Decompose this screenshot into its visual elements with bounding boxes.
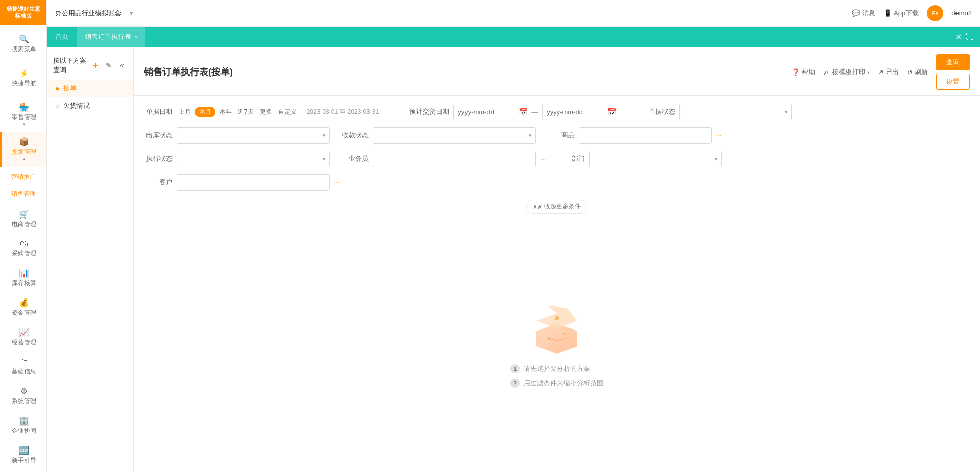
outbound-wrapper: ▾ [177, 127, 330, 144]
query-button[interactable]: 查询 [936, 54, 970, 70]
sidebar-item-enterprise[interactable]: 🏢 企业协同 [0, 411, 46, 440]
fullscreen-btn[interactable]: ⛶ [966, 32, 974, 41]
goods-input[interactable] [579, 127, 712, 144]
dept-label: 部门 [556, 154, 585, 163]
sidebar-item-ecommerce[interactable]: 🛒 电商管理 [0, 204, 46, 234]
outbound-label: 出库状态 [144, 131, 173, 140]
left-panel-title: 按以下方案查询 [53, 56, 90, 75]
date-shortcut-last-month[interactable]: 上月 [177, 107, 193, 117]
sidebar-item-retail[interactable]: 🏪 零售管理 ▾ [0, 97, 46, 132]
collapse-btn[interactable]: ∧∧ 收起更多条件 [526, 200, 587, 214]
tabbar-actions: ✕ ⛶ [949, 32, 980, 42]
scheme-item-debt[interactable]: ○ 欠货情况 [47, 97, 133, 114]
date-shortcut-this-year[interactable]: 本年 [217, 107, 234, 117]
add-scheme-btn[interactable]: + [90, 60, 101, 70]
close-window-btn[interactable]: ✕ [955, 32, 962, 42]
sidebar-ecommerce-label: 电商管理 [12, 220, 36, 229]
svg-point-4 [564, 333, 566, 335]
guide-icon: 🆕 [19, 445, 29, 455]
setting-button[interactable]: 设置 [936, 74, 970, 90]
empty-step-2: 2 用过滤条件来缩小分析范围 [510, 379, 603, 388]
salesperson-input[interactable] [373, 151, 536, 167]
purchase-icon: 🛍 [20, 239, 28, 248]
customer-more-btn[interactable]: ··· [334, 178, 340, 186]
exec-status-select[interactable] [177, 151, 330, 167]
filter-row-2: 出库状态 ▾ 收款状态 [144, 127, 970, 144]
expected-date-from[interactable] [453, 104, 514, 120]
topbar: 办公用品行业模拟账套 ▾ 💬 消息 📱 App下载 Ea demo2 [47, 0, 980, 27]
calendar-to-icon[interactable]: 📅 [607, 108, 616, 116]
export-icon: ↗ [878, 68, 884, 76]
sidebar-subitem-sales[interactable]: 销售管理 [0, 185, 46, 202]
message-btn[interactable]: 💬 消息 [852, 9, 875, 18]
filter-goods-item: 商品 ··· [546, 127, 722, 144]
dept-select[interactable] [589, 151, 722, 167]
avatar-text: Ea [932, 10, 939, 16]
expected-date-to[interactable] [542, 104, 603, 120]
tab-home-label: 首页 [55, 32, 68, 41]
search-icon: 🔍 [19, 34, 29, 44]
sidebar-item-purchase[interactable]: 🛍 采购管理 [0, 234, 46, 263]
left-panel-header: 按以下方案查询 + ✎ « [47, 53, 133, 78]
refresh-btn[interactable]: ↺ 刷新 [907, 67, 928, 77]
scheme-item-press-order[interactable]: ● 按单 [47, 80, 133, 97]
date-shortcut-7days[interactable]: 近7天 [236, 107, 256, 117]
tab-home[interactable]: 首页 [47, 27, 77, 47]
system-icon: ⚙ [20, 386, 28, 396]
date-shortcut-this-month[interactable]: 本月 [195, 107, 215, 117]
app-download-btn[interactable]: 📱 App下载 [884, 9, 919, 18]
tab-sales-exec[interactable]: 销售订单执行表 × [77, 27, 145, 47]
sidebar-item-base[interactable]: 🗂 基础信息 [0, 352, 46, 381]
press-order-icon: ● [55, 84, 59, 92]
user-name[interactable]: demo2 [951, 9, 972, 17]
calendar-from-icon[interactable]: 📅 [519, 108, 527, 116]
sidebar-item-finance[interactable]: 💰 资金管理 [0, 293, 46, 322]
customer-input[interactable] [177, 174, 330, 191]
customer-label: 客户 [144, 178, 173, 187]
sales-label: 销售管理 [11, 190, 36, 198]
outbound-select[interactable] [177, 127, 330, 144]
sidebar-item-search[interactable]: 🔍 搜索菜单 [3, 29, 43, 59]
collapse-panel-btn[interactable]: « [117, 60, 127, 70]
sidebar-item-wholesale[interactable]: 📦 批发管理 ▴ [0, 132, 46, 167]
sidebar-logo: 畅捷通好生意 标准版 [0, 0, 46, 25]
help-btn[interactable]: ❓ 帮助 [792, 67, 815, 77]
sidebar-item-quick-nav[interactable]: ⚡ 快捷导航 [0, 63, 46, 93]
inventory-icon: 📊 [19, 268, 29, 278]
message-icon: 💬 [852, 9, 860, 17]
order-status-select[interactable] [679, 104, 792, 120]
tab-sales-exec-close[interactable]: × [134, 34, 137, 40]
main-area: 办公用品行业模拟账套 ▾ 💬 消息 📱 App下载 Ea demo2 首页 销售… [47, 0, 980, 472]
sidebar-item-operations[interactable]: 📈 经营管理 [0, 322, 46, 352]
collapse-label: 收起更多条件 [544, 202, 581, 211]
payment-select[interactable] [373, 127, 536, 144]
goods-more-btn[interactable]: ··· [716, 131, 722, 139]
sidebar-item-system[interactable]: ⚙ 系统管理 [0, 381, 46, 411]
date-shortcut-more[interactable]: 更多 [258, 107, 274, 117]
topbar-right: 💬 消息 📱 App下载 Ea demo2 [852, 5, 972, 21]
empty-state: 1 请先选择要分析的方案 2 用过滤条件来缩小分析范围 [134, 218, 980, 472]
sidebar-item-guide[interactable]: 🆕 新手引导 [0, 440, 46, 470]
marketing-label: 营销推广 [11, 173, 36, 181]
sidebar-item-inventory[interactable]: 📊 库存核算 [0, 263, 46, 293]
sidebar-item-apps[interactable]: 📱 应用中心 [0, 470, 46, 472]
order-status-wrapper: ▾ [679, 104, 792, 120]
press-order-label: 按单 [63, 84, 77, 93]
template-print-label: 按模板打印 [832, 67, 865, 77]
tab-sales-exec-label: 销售订单执行表 [85, 32, 131, 41]
sidebar-subitem-marketing[interactable]: 营销推广 [0, 169, 46, 185]
date-shortcut-custom[interactable]: 自定义 [276, 107, 299, 117]
breadcrumb-arrow[interactable]: ▾ [130, 9, 133, 17]
content-area: 按以下方案查询 + ✎ « ● 按单 ○ 欠货情况 销售订单执行表(按单) [47, 47, 980, 472]
template-print-btn[interactable]: 🖨 按模板打印 ▾ [823, 67, 870, 77]
refresh-label: 刷新 [915, 67, 928, 77]
export-btn[interactable]: ↗ 导出 [878, 67, 899, 77]
svg-point-3 [555, 316, 559, 320]
user-avatar[interactable]: Ea [927, 5, 943, 21]
expected-date-label: 预计交货日期 [409, 107, 449, 116]
empty-steps: 1 请先选择要分析的方案 2 用过滤条件来缩小分析范围 [510, 364, 603, 388]
edit-scheme-btn[interactable]: ✎ [104, 60, 114, 70]
print-arrow[interactable]: ▾ [867, 69, 870, 75]
salesperson-more-btn[interactable]: ··· [540, 155, 546, 163]
step-2-text: 用过滤条件来缩小分析范围 [524, 379, 603, 388]
